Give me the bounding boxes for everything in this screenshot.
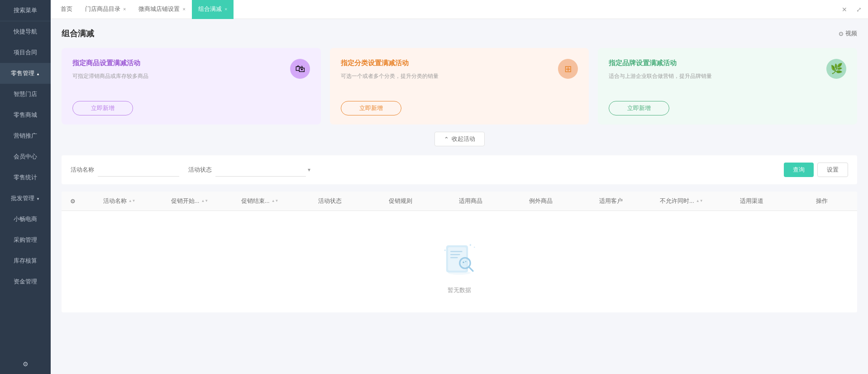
th-activity-status: 活动状态 — [295, 197, 365, 205]
empty-state-illustration: ✦ — [437, 238, 482, 279]
product-discount-add-btn[interactable]: 立即新增 — [72, 101, 133, 115]
collapse-bar: ⌃ 收起活动 — [62, 132, 857, 146]
tab-combo-discount-label: 组合满减 — [198, 5, 222, 13]
tab-bar: 首页 门店商品目录 × 微商城店铺设置 × 组合满减 × ✕ ⤢ — [51, 0, 868, 19]
sort-arrows-promo-end[interactable]: ▲▼ — [272, 199, 279, 203]
svg-rect-2 — [448, 247, 466, 271]
table-header: ⚙ 活动名称 ▲▼ 促销开始... ▲▼ 促销结束... ▲▼ 活动状态 — [62, 192, 857, 211]
sidebar-item-project-contract[interactable]: 项目合同 — [0, 42, 51, 63]
th-applicable-customer: 适用客户 — [576, 197, 646, 205]
brand-discount-icon: 🌿 — [826, 59, 846, 79]
th-activity-name: 活动名称 ▲▼ — [84, 197, 154, 205]
svg-point-7 — [461, 259, 469, 267]
tab-store-catalog-close[interactable]: × — [123, 6, 126, 12]
tab-combo-discount[interactable]: 组合满减 × — [192, 0, 234, 19]
filter-row: 活动名称 活动状态 ▾ 查询 设置 — [62, 155, 857, 184]
activity-card-product: 🛍 指定商品设置满减活动 可指定滞销商品或库存较多商品 立即新增 — [62, 48, 321, 125]
svg-rect-3 — [450, 251, 463, 252]
th-promo-rule-label: 促销规则 — [389, 197, 412, 205]
tab-maximize-btn[interactable]: ⤢ — [854, 4, 864, 15]
product-discount-desc: 可指定滞销商品或库存较多商品 — [72, 72, 310, 90]
sort-arrows-not-allow[interactable]: ▲▼ — [696, 199, 703, 203]
product-discount-title: 指定商品设置满减活动 — [72, 59, 310, 67]
brand-discount-add-btn[interactable]: 立即新增 — [609, 101, 669, 115]
activity-card-category: ⊞ 指定分类设置满减活动 可选一个或者多个分类，提升分类的销量 立即新增 — [330, 48, 589, 125]
sidebar-item-inventory-check[interactable]: 库存核算 — [0, 250, 51, 271]
main-area: 首页 门店商品目录 × 微商城店铺设置 × 组合满减 × ✕ ⤢ 组合满减 ⊙ … — [51, 0, 868, 374]
tab-wechat-store-close[interactable]: × — [182, 6, 185, 12]
sidebar-item-member-center[interactable]: 会员中心 — [0, 146, 51, 167]
sidebar-search[interactable]: 搜索菜单 — [0, 0, 51, 21]
sidebar-item-purchase-mgmt[interactable]: 采购管理 — [0, 230, 51, 250]
category-discount-add-btn[interactable]: 立即新增 — [341, 101, 401, 115]
tab-combo-discount-close[interactable]: × — [224, 6, 227, 12]
activity-status-select[interactable] — [215, 163, 306, 177]
settings-filter-btn[interactable]: 设置 — [817, 163, 848, 177]
th-applicable-customer-label: 适用客户 — [599, 197, 623, 205]
sidebar-item-funds-mgmt[interactable]: 资金管理 — [0, 271, 51, 292]
svg-point-12 — [474, 247, 475, 248]
svg-point-10 — [465, 261, 467, 262]
category-discount-desc: 可选一个或者多个分类，提升分类的销量 — [341, 72, 578, 90]
query-btn[interactable]: 查询 — [784, 163, 814, 177]
tab-home[interactable]: 首页 — [54, 0, 79, 19]
svg-text:✦: ✦ — [469, 243, 472, 247]
tab-store-catalog[interactable]: 门店商品目录 × — [79, 0, 132, 19]
svg-rect-5 — [450, 257, 458, 259]
activity-name-filter-label: 活动名称 — [71, 166, 94, 174]
category-discount-title: 指定分类设置满减活动 — [341, 59, 578, 67]
tab-wechat-store-label: 微商城店铺设置 — [138, 5, 180, 13]
th-promo-start-label: 促销开始... — [171, 197, 200, 205]
svg-rect-4 — [450, 254, 460, 255]
filter-activity-status-item: 活动状态 ▾ — [188, 163, 310, 177]
sidebar-item-xiaochu-ecomm[interactable]: 小畅电商 — [0, 209, 51, 230]
sidebar-item-retail-mall[interactable]: 零售商城 — [0, 105, 51, 125]
sidebar: 搜索菜单 快捷导航 项目合同 零售管理 智慧门店 零售商城 营销推广 会员中心 … — [0, 0, 51, 374]
video-link[interactable]: ⊙ 视频 — [839, 29, 857, 38]
brand-discount-desc: 适合与上游企业联合做营销，提升品牌销量 — [609, 72, 846, 90]
sidebar-item-retail-stats[interactable]: 零售统计 — [0, 167, 51, 188]
th-exception-goods-label: 例外商品 — [529, 197, 553, 205]
sidebar-item-quick-nav[interactable]: 快捷导航 — [0, 21, 51, 42]
product-discount-icon: 🛍 — [290, 59, 310, 79]
sidebar-settings-btn[interactable]: ⚙ — [0, 354, 51, 374]
content: 组合满减 ⊙ 视频 🛍 指定商品设置满减活动 可指定滞销商品或库存较多商品 立即… — [51, 19, 868, 374]
tab-close-window-btn[interactable]: ✕ — [839, 4, 850, 15]
th-operation-label: 操作 — [816, 197, 828, 205]
th-not-allow-same-time: 不允许同时... ▲▼ — [646, 197, 716, 205]
sidebar-item-wholesale-mgmt[interactable]: 批发管理 — [0, 188, 51, 209]
th-not-allow-same-time-label: 不允许同时... — [660, 197, 694, 205]
svg-point-9 — [463, 262, 464, 263]
th-exception-goods: 例外商品 — [506, 197, 576, 205]
th-promo-end-label: 促销结束... — [241, 197, 270, 205]
table-wrapper: ⚙ 活动名称 ▲▼ 促销开始... ▲▼ 促销结束... ▲▼ 活动状态 — [62, 192, 857, 312]
sidebar-item-smart-store[interactable]: 智慧门店 — [0, 84, 51, 105]
tab-corner-buttons: ✕ ⤢ — [839, 4, 864, 15]
collapse-activities-btn[interactable]: ⌃ 收起活动 — [434, 132, 485, 146]
th-applicable-goods: 适用商品 — [435, 197, 506, 205]
empty-state-text: 暂无数据 — [448, 286, 471, 294]
th-settings[interactable]: ⚙ — [62, 198, 84, 205]
tab-wechat-store[interactable]: 微商城店铺设置 × — [132, 0, 191, 19]
svg-line-8 — [469, 267, 473, 271]
tab-store-catalog-label: 门店商品目录 — [85, 5, 120, 13]
page-title: 组合满减 — [62, 28, 94, 39]
th-applicable-channel-label: 适用渠道 — [740, 197, 763, 205]
th-applicable-channel: 适用渠道 — [716, 197, 787, 205]
filter-buttons: 查询 设置 — [784, 163, 848, 177]
activity-cards: 🛍 指定商品设置满减活动 可指定滞销商品或库存较多商品 立即新增 ⊞ 指定分类设… — [62, 48, 857, 125]
filter-activity-name-item: 活动名称 — [71, 163, 179, 177]
sidebar-item-retail-mgmt[interactable]: 零售管理 — [0, 63, 51, 84]
activity-name-filter-input[interactable] — [98, 163, 179, 177]
sort-arrows-activity-name[interactable]: ▲▼ — [129, 199, 136, 203]
activity-card-brand: 🌿 指定品牌设置满减活动 适合与上游企业联合做营销，提升品牌销量 立即新增 — [598, 48, 857, 125]
collapse-btn-label: 收起活动 — [452, 135, 475, 143]
gear-icon: ⚙ — [23, 360, 29, 368]
sort-arrows-promo-start[interactable]: ▲▼ — [201, 199, 208, 203]
empty-state: ✦ 暂无数据 — [62, 211, 857, 312]
th-promo-start: 促销开始... ▲▼ — [154, 197, 224, 205]
sidebar-item-marketing[interactable]: 营销推广 — [0, 125, 51, 146]
page-header: 组合满减 ⊙ 视频 — [62, 28, 857, 39]
tab-home-label: 首页 — [61, 5, 72, 13]
th-applicable-goods-label: 适用商品 — [459, 197, 482, 205]
